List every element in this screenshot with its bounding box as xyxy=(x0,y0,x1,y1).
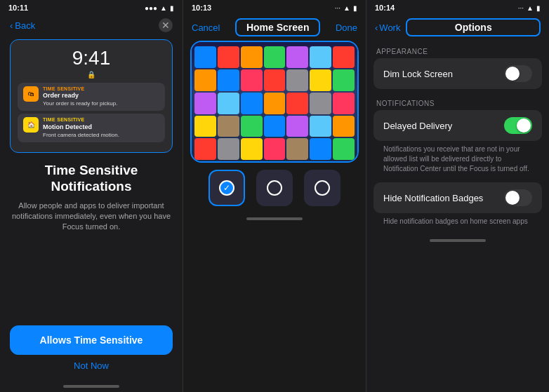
home-bar xyxy=(63,385,119,388)
app-icon xyxy=(241,93,263,114)
app-icon xyxy=(218,93,239,114)
app-icon xyxy=(333,46,355,68)
allows-time-sensitive-button[interactable]: Allows Time Sensitive xyxy=(10,325,173,355)
app-icon xyxy=(218,69,239,91)
panel-focus-options: 10:14 ··· ▲ ▮ ‹ Work Options APPEARANCE … xyxy=(366,0,549,392)
work-back-button[interactable]: ‹ Work xyxy=(375,22,400,33)
app-icon xyxy=(310,46,331,68)
app-icon xyxy=(286,69,308,91)
cancel-button[interactable]: Cancel xyxy=(192,22,220,33)
not-now-button[interactable]: Not Now xyxy=(10,360,173,371)
app-icon xyxy=(241,138,263,160)
dim-lock-toggle[interactable] xyxy=(504,65,532,82)
notif-content-2: TIME SENSITIVE Motion Detected Front cam… xyxy=(43,117,119,138)
lock-screen-preview: 9:41 🔒 🛍 TIME SENSITIVE Order ready Your… xyxy=(10,39,173,153)
layout-circle-2[interactable] xyxy=(256,170,293,206)
status-icons-3: ··· ▲ ▮ xyxy=(518,4,541,12)
home-indicator-2 xyxy=(183,213,366,224)
hide-badges-desc: Hide notification badges on home screen … xyxy=(373,214,542,232)
app-icon xyxy=(286,46,308,68)
status-icons-2: ··· ▲ ▮ xyxy=(335,4,357,12)
signal-icon: ●●● xyxy=(145,4,157,12)
app-icon xyxy=(194,138,216,160)
hide-badges-row: Hide Notification Badges xyxy=(373,182,542,213)
app-icon xyxy=(333,116,355,137)
homescreen-preview xyxy=(190,41,359,163)
p3-navigation: ‹ Work Options xyxy=(366,15,549,41)
wifi-icon: ▲ xyxy=(160,4,167,12)
notification-banner-2: 🏠 TIME SENSITIVE Motion Detected Front c… xyxy=(18,114,165,142)
app-icon xyxy=(264,69,286,91)
panel-time-sensitive: 10:11 ●●● ▲ ▮ ‹ Back ✕ 9:41 🔒 🛍 TIME SEN… xyxy=(0,0,183,392)
battery-icon-3: ▮ xyxy=(536,4,541,12)
chevron-left-icon: ‹ xyxy=(10,20,13,31)
panel-home-screen: 10:13 ··· ▲ ▮ Cancel Home Screen Done xyxy=(183,0,366,392)
layout-options-row: ✓ xyxy=(183,163,366,213)
empty-circle xyxy=(267,180,282,196)
hide-badges-toggle[interactable] xyxy=(504,189,532,206)
app-grid xyxy=(192,42,357,161)
layout-option-1[interactable]: ✓ xyxy=(209,170,245,206)
delayed-delivery-toggle[interactable] xyxy=(504,117,532,134)
p2-navigation: Cancel Home Screen Done xyxy=(183,15,366,41)
options-tab-active[interactable]: Options xyxy=(406,18,541,36)
empty-circle-2 xyxy=(315,180,330,196)
app-icon xyxy=(310,116,331,137)
dim-lock-label: Dim Lock Screen xyxy=(383,69,453,79)
notification-banner-1: 🛍 TIME SENSITIVE Order ready Your order … xyxy=(18,83,165,111)
app-icon xyxy=(264,138,286,160)
dim-lock-group: Dim Lock Screen xyxy=(366,58,549,90)
status-icons-1: ●●● ▲ ▮ xyxy=(145,4,174,12)
hide-badges-group: Hide Notification Badges Hide notificati… xyxy=(366,182,549,232)
close-button[interactable]: ✕ xyxy=(159,18,173,32)
app-icon xyxy=(241,161,263,163)
bag-icon: 🛍 xyxy=(28,90,34,97)
app-icon xyxy=(241,69,263,91)
home-indicator-3 xyxy=(366,235,549,246)
app-icon xyxy=(310,138,331,160)
home-screen-title: Home Screen xyxy=(235,18,320,36)
home-bar-2 xyxy=(246,217,303,220)
chevron-left-icon-3: ‹ xyxy=(375,22,378,33)
app-icon xyxy=(194,116,216,137)
app-icon xyxy=(218,116,239,137)
signal-icon-2: ··· xyxy=(335,4,340,12)
heading-time-sensitive: Time Sensitive Notifications xyxy=(45,163,138,195)
status-bar-3: 10:14 ··· ▲ ▮ xyxy=(366,0,549,15)
back-button[interactable]: ‹ Back xyxy=(10,20,35,31)
done-button[interactable]: Done xyxy=(336,22,357,33)
app-icon xyxy=(286,116,308,137)
lock-icon: 🔒 xyxy=(18,71,165,79)
app-icon xyxy=(194,93,216,114)
notifications-section-label: NOTIFICATIONS xyxy=(366,93,549,110)
delayed-delivery-desc: Notifications you receive that are not i… xyxy=(373,142,542,180)
layout-circle-3[interactable] xyxy=(304,170,340,206)
layout-option-2[interactable] xyxy=(256,170,293,206)
app-icon xyxy=(310,93,331,114)
app-icon xyxy=(264,93,286,114)
app-icon xyxy=(310,69,331,91)
home-bar-3 xyxy=(430,239,486,242)
app-icon xyxy=(286,93,308,114)
app-icon xyxy=(218,138,239,160)
status-bar-1: 10:11 ●●● ▲ ▮ xyxy=(0,0,183,15)
notif-content-1: TIME SENSITIVE Order ready Your order is… xyxy=(43,86,117,107)
layout-circle-1[interactable]: ✓ xyxy=(209,170,245,206)
app-icon xyxy=(264,116,286,137)
app-icon xyxy=(218,46,239,68)
app-icon xyxy=(333,69,355,91)
app-icon xyxy=(310,161,331,163)
status-time-1: 10:11 xyxy=(8,4,28,12)
delayed-delivery-group: Delayed Delivery Notifications you recei… xyxy=(366,110,549,180)
app-icon xyxy=(264,46,286,68)
app-icon xyxy=(241,116,263,137)
app-icon xyxy=(264,161,286,163)
wifi-icon-3: ▲ xyxy=(527,4,534,12)
layout-option-3[interactable] xyxy=(304,170,340,206)
status-time-2: 10:13 xyxy=(192,4,211,12)
delayed-delivery-label: Delayed Delivery xyxy=(383,121,452,131)
app-icon xyxy=(241,46,263,68)
close-icon: ✕ xyxy=(161,20,170,31)
signal-icon-3: ··· xyxy=(518,4,524,12)
app-icon xyxy=(333,138,355,160)
